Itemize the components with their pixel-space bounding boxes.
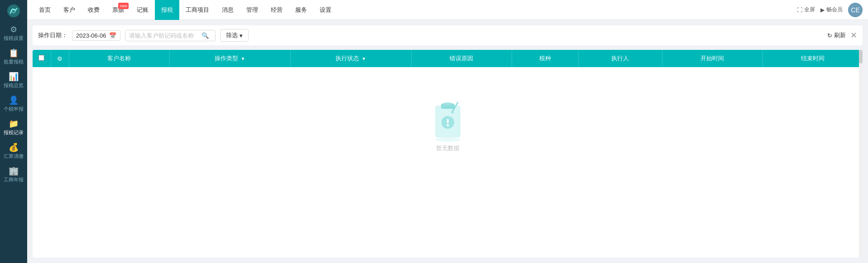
filter-button[interactable]: 筛选 ▾ (220, 29, 249, 42)
exec-status-filter-icon[interactable]: ▼ (361, 56, 366, 61)
user-avatar[interactable]: CE (848, 3, 863, 17)
fullscreen-icon: ⛶ (797, 7, 802, 13)
header-client-name: 客户名称 (69, 50, 169, 67)
topnav-right: ⛶ 全屏 ▶ 畅会员 CE (797, 3, 863, 17)
topnav-label-services: 服务 (295, 6, 307, 14)
topnav-item-accounts[interactable]: 记账 (130, 0, 155, 20)
svg-point-8 (446, 124, 449, 127)
date-picker[interactable]: 2023-06-06 📅 (72, 30, 120, 41)
topnav-item-settings[interactable]: 设置 (313, 0, 338, 20)
member-label: 畅会员 (826, 6, 843, 14)
topnav-label-home: 首页 (39, 6, 51, 14)
sidebar-item-batch-tax[interactable]: 📋 批量报税 (0, 45, 27, 69)
sidebar-icon-tax-settings: ⚙ (10, 25, 17, 34)
header-end-time: 结束时间 (762, 50, 863, 67)
filter-label: 筛选 (226, 31, 238, 39)
topnav-label-settings: 设置 (320, 6, 331, 14)
sidebar-item-tax-summary[interactable]: 📊 报税总览 (0, 69, 27, 93)
topnav-item-messages[interactable]: 消息 (216, 0, 240, 20)
sidebar-item-calc-pay[interactable]: 💰 汇算清缴 (0, 140, 27, 163)
sidebar-items: ⚙ 报税设置 📋 批量报税 📊 报税总览 👤 个税申报 📁 报税记录 💰 汇算清… (0, 22, 27, 187)
topnav-item-bizproject[interactable]: 工商项目 (179, 0, 216, 20)
sidebar-icon-calc-pay: 💰 (9, 143, 19, 151)
sidebar-label-batch-tax: 批量报税 (4, 58, 24, 65)
header-error-reason: 错误原因 (411, 50, 512, 67)
header-op-type: 操作类型 ▼ (169, 50, 290, 67)
records-table: ⚙ 客户名称 操作类型 ▼ 执行状态 ▼ (33, 50, 863, 67)
refresh-label: 刷新 (834, 31, 846, 39)
topnav-label-billing: 收费 (88, 6, 100, 14)
gear-icon[interactable]: ⚙ (57, 55, 62, 62)
sidebar-item-tax-records[interactable]: 📁 报税记录 (0, 116, 27, 140)
topnav-item-tax[interactable]: 报税 (155, 0, 179, 20)
topnav-label-accounts: 记账 (137, 6, 149, 14)
svg-point-11 (435, 137, 460, 142)
header-exec-status: 执行状态 ▼ (290, 50, 411, 67)
svg-rect-7 (447, 119, 449, 123)
select-all-checkbox[interactable] (38, 55, 44, 61)
table-scrollbar[interactable] (859, 50, 863, 258)
member-btn[interactable]: ▶ 畅会员 (820, 6, 843, 14)
topnav-label-tax: 报税 (161, 6, 173, 14)
empty-state: 暂无数据 (33, 67, 863, 170)
topnav-label-bizproject: 工商项目 (186, 6, 209, 14)
header-start-time: 开始时间 (662, 50, 762, 67)
search-wrap: 🔍 (125, 30, 216, 41)
fullscreen-label: 全屏 (804, 6, 815, 14)
sidebar-label-personal-tax: 个税申报 (4, 106, 24, 112)
new-badge-invoice: new (118, 3, 129, 9)
main-content: 首页客户收费票据new记账报税工商项目消息管理经营服务设置 ⛶ 全屏 ▶ 畅会员… (27, 0, 868, 263)
sidebar: ⚙ 报税设置 📋 批量报税 📊 报税总览 👤 个税申报 📁 报税记录 💰 汇算清… (0, 0, 27, 263)
sidebar-label-tax-settings: 报税设置 (4, 35, 24, 42)
topnav-item-home[interactable]: 首页 (33, 0, 57, 20)
search-button[interactable]: 🔍 (198, 30, 213, 41)
sidebar-item-personal-tax[interactable]: 👤 个税申报 (0, 93, 27, 116)
topnav-item-billing[interactable]: 收费 (82, 0, 106, 20)
calendar-icon: 📅 (109, 32, 116, 39)
toolbar: 操作日期： 2023-06-06 📅 🔍 筛选 ▾ ↻ 刷新 ✕ (33, 25, 863, 45)
topnav-item-services[interactable]: 服务 (289, 0, 313, 20)
sidebar-label-calc-pay: 汇算清缴 (4, 153, 24, 160)
sidebar-label-tax-summary: 报税总览 (4, 82, 24, 89)
sidebar-label-tax-records: 报税记录 (4, 129, 24, 136)
refresh-icon: ↻ (827, 32, 832, 39)
topnav-items-list: 首页客户收费票据new记账报税工商项目消息管理经营服务设置 (33, 0, 338, 20)
empty-text: 暂无数据 (436, 144, 460, 152)
topnav-item-invoice[interactable]: 票据new (106, 0, 130, 20)
sidebar-icon-batch-tax: 📋 (9, 49, 19, 57)
search-icon: 🔍 (201, 32, 209, 39)
refresh-button[interactable]: ↻ 刷新 (827, 31, 846, 39)
topnav-item-operations[interactable]: 经营 (264, 0, 289, 20)
header-gear-col: ⚙ (51, 50, 69, 67)
fullscreen-btn[interactable]: ⛶ 全屏 (797, 6, 815, 14)
chevron-down-icon: ▾ (240, 32, 243, 39)
close-button[interactable]: ✕ (850, 31, 857, 39)
topnav-item-management[interactable]: 管理 (240, 0, 264, 20)
sidebar-item-annual-report[interactable]: 🏢 工商年报 (0, 163, 27, 187)
topnav-label-messages: 消息 (222, 6, 234, 14)
topnav-label-management: 管理 (246, 6, 258, 14)
topnav-items: 首页客户收费票据new记账报税工商项目消息管理经营服务设置 (33, 0, 797, 20)
topnav-label-operations: 经营 (271, 6, 283, 14)
empty-illustration (425, 94, 470, 144)
svg-rect-5 (444, 102, 451, 106)
sidebar-icon-personal-tax: 👤 (9, 96, 19, 104)
header-tax-type: 税种 (512, 50, 578, 67)
page-content: 操作日期： 2023-06-06 📅 🔍 筛选 ▾ ↻ 刷新 ✕ (27, 20, 868, 263)
sidebar-icon-annual-report: 🏢 (9, 167, 19, 175)
sidebar-label-annual-report: 工商年报 (4, 176, 24, 183)
table-scroll-thumb[interactable] (859, 50, 863, 63)
video-icon: ▶ (820, 7, 825, 13)
date-value: 2023-06-06 (76, 32, 106, 39)
top-navigation: 首页客户收费票据new记账报税工商项目消息管理经营服务设置 ⛶ 全屏 ▶ 畅会员… (27, 0, 868, 20)
sidebar-icon-tax-summary: 📊 (9, 73, 19, 81)
table-wrap: ⚙ 客户名称 操作类型 ▼ 执行状态 ▼ (33, 50, 863, 258)
sidebar-item-tax-settings[interactable]: ⚙ 报税设置 (0, 22, 27, 45)
header-checkbox-col (33, 50, 51, 67)
topnav-item-clients[interactable]: 客户 (57, 0, 82, 20)
op-type-filter-icon[interactable]: ▼ (241, 56, 245, 61)
search-input[interactable] (125, 30, 198, 41)
sidebar-icon-tax-records: 📁 (9, 120, 19, 128)
sidebar-logo (0, 0, 27, 22)
svg-point-0 (7, 5, 20, 17)
